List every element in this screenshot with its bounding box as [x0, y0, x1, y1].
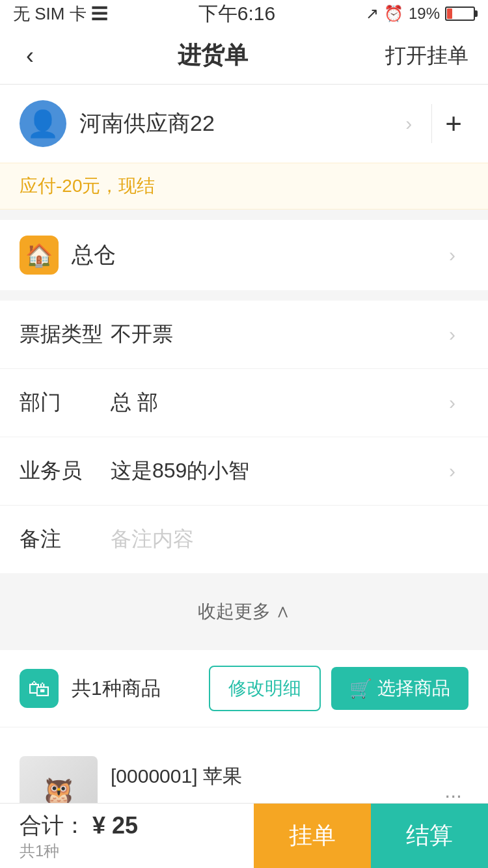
- battery-icon: [445, 7, 475, 21]
- products-count: 共1种商品: [72, 675, 209, 702]
- remark-placeholder[interactable]: 备注内容: [111, 525, 468, 554]
- nav-bar: ‹ 进货单 打开挂单: [0, 27, 488, 85]
- page-title: 进货单: [178, 40, 248, 72]
- chevron-right-icon: ›: [449, 244, 455, 266]
- product-code: [0000001]: [111, 765, 197, 787]
- main-content: 👤 河南供应商22 › + 应付-20元，现结 🏠 总仓 › 票据类型 不开票 …: [0, 85, 488, 868]
- product-name: [0000001] 苹果: [111, 763, 438, 790]
- battery-percent: 19%: [409, 5, 440, 23]
- total-label: 合计：: [20, 811, 86, 841]
- total-area: 合计： ¥ 25 共1种: [0, 811, 254, 861]
- salesperson-value: 这是859的小智: [111, 457, 449, 485]
- warehouse-section[interactable]: 🏠 总仓 ›: [0, 220, 488, 290]
- status-time: 下午6:16: [198, 1, 275, 27]
- product-name-text: 苹果: [203, 765, 242, 787]
- settle-button[interactable]: 结算: [371, 804, 488, 869]
- open-hang-button[interactable]: 打开挂单: [385, 42, 468, 70]
- status-left: 无 SIM 卡 ☰: [13, 3, 108, 25]
- bottom-bar: 合计： ¥ 25 共1种 挂单 结算: [0, 803, 488, 868]
- chevron-right-icon: ›: [449, 460, 455, 482]
- supplier-row[interactable]: 👤 河南供应商22 › +: [0, 85, 488, 163]
- supplier-section: 👤 河南供应商22 › + 应付-20元，现结: [0, 85, 488, 210]
- warehouse-name: 总仓: [72, 240, 449, 270]
- warehouse-icon: 🏠: [20, 236, 59, 275]
- status-right: ↗ ⏰ 19%: [366, 5, 475, 23]
- add-button[interactable]: +: [439, 107, 468, 140]
- products-header: 🛍 共1种商品 修改明细 🛒 选择商品: [0, 650, 488, 727]
- select-product-label: 选择商品: [377, 676, 450, 701]
- products-icon: 🛍: [20, 669, 59, 708]
- alarm-icon: ⏰: [384, 5, 403, 23]
- total-line: 合计： ¥ 25: [20, 811, 234, 841]
- edit-detail-button[interactable]: 修改明细: [209, 666, 321, 711]
- warehouse-row[interactable]: 🏠 总仓 ›: [0, 220, 488, 290]
- bag-icon: 🛍: [28, 676, 50, 701]
- remark-label: 备注: [20, 525, 111, 554]
- cart-icon: 🛒: [349, 678, 372, 699]
- chevron-right-icon: ›: [449, 323, 455, 346]
- department-value: 总 部: [111, 388, 449, 417]
- chevron-right-icon: ›: [449, 392, 455, 414]
- location-icon: ↗: [366, 5, 379, 23]
- collapse-button[interactable]: 收起更多 ∧: [0, 584, 488, 640]
- supplier-name: 河南供应商22: [79, 109, 405, 139]
- form-section: 票据类型 不开票 › 部门 总 部 › 业务员 这是859的小智 › 备注 备注…: [0, 301, 488, 573]
- status-bar: 无 SIM 卡 ☰ 下午6:16 ↗ ⏰ 19%: [0, 0, 488, 27]
- department-row[interactable]: 部门 总 部 ›: [0, 369, 488, 437]
- select-product-button[interactable]: 🛒 选择商品: [331, 667, 468, 710]
- supplier-avatar: 👤: [20, 100, 66, 147]
- invoice-type-value: 不开票: [111, 320, 449, 349]
- remark-row[interactable]: 备注 备注内容: [0, 506, 488, 573]
- chevron-right-icon: ›: [405, 113, 412, 135]
- back-button[interactable]: ‹: [20, 36, 40, 76]
- invoice-type-row[interactable]: 票据类型 不开票 ›: [0, 301, 488, 369]
- salesperson-label: 业务员: [20, 457, 111, 485]
- warning-banner: 应付-20元，现结: [0, 163, 488, 210]
- total-amount: ¥ 25: [92, 812, 138, 839]
- vertical-divider: [431, 104, 432, 143]
- hang-button[interactable]: 挂单: [254, 804, 371, 869]
- total-sub: 共1种: [20, 841, 234, 861]
- avatar-icon: 👤: [27, 109, 59, 139]
- signal-text: 无 SIM 卡 ☰: [13, 3, 108, 25]
- department-label: 部门: [20, 388, 111, 417]
- house-icon: 🏠: [25, 242, 53, 268]
- invoice-type-label: 票据类型: [20, 320, 111, 349]
- salesperson-row[interactable]: 业务员 这是859的小智 ›: [0, 437, 488, 506]
